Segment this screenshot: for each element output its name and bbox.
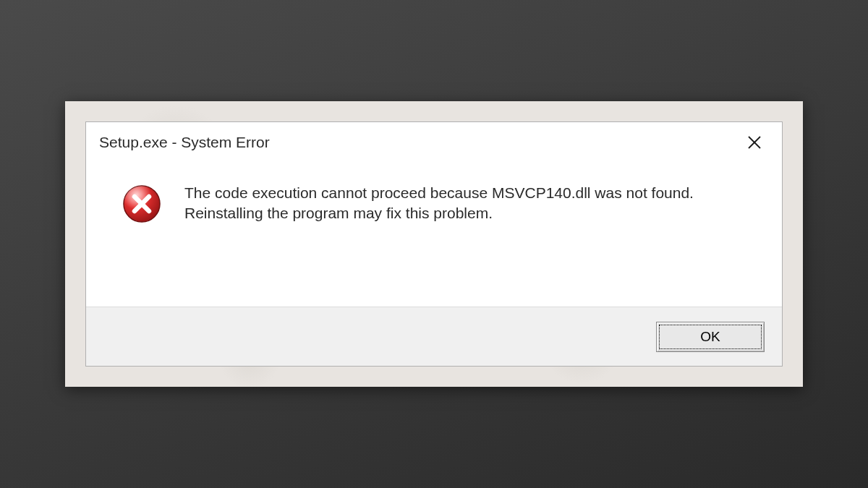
error-message: The code execution cannot proceed becaus…	[184, 183, 734, 224]
dialog-content: The code execution cannot proceed becaus…	[86, 163, 782, 307]
dialog-titlebar: Setup.exe - System Error	[86, 122, 782, 163]
error-icon	[122, 184, 161, 223]
screenshot-frame: Setup.exe - System Error	[65, 101, 803, 387]
ok-button[interactable]: OK	[656, 322, 765, 352]
dialog-button-area: OK	[86, 307, 782, 366]
dialog-title: Setup.exe - System Error	[99, 134, 270, 151]
close-button[interactable]	[740, 128, 769, 157]
close-icon	[747, 135, 762, 150]
error-dialog: Setup.exe - System Error	[85, 121, 783, 367]
